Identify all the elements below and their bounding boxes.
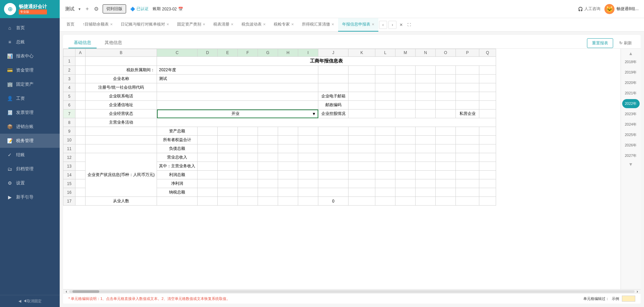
cell[interactable]	[375, 153, 395, 162]
cell[interactable]	[75, 162, 86, 171]
sidebar-item-invoice[interactable]: 🧾 发票管理	[0, 105, 60, 120]
service-button[interactable]: 🎧 人工咨询	[578, 6, 600, 12]
cell[interactable]	[238, 162, 258, 171]
cell[interactable]	[198, 153, 218, 162]
sidebar-item-fund[interactable]: 💳 资金管理	[0, 63, 60, 77]
cell[interactable]: 企业经营状态	[86, 109, 157, 118]
cell[interactable]	[218, 153, 238, 162]
cell[interactable]	[218, 188, 238, 197]
cell[interactable]: 纳税总额	[157, 188, 198, 197]
cell[interactable]	[238, 136, 258, 144]
cell[interactable]	[395, 75, 416, 83]
cell[interactable]	[416, 109, 436, 118]
cell[interactable]	[395, 162, 416, 171]
cell[interactable]	[238, 179, 258, 188]
cell[interactable]	[479, 197, 496, 206]
cell[interactable]	[318, 188, 348, 197]
tab-income-tax[interactable]: 所得税汇算清缴 ✕	[298, 18, 338, 32]
cell[interactable]	[456, 188, 479, 197]
cell[interactable]	[75, 57, 86, 66]
cell[interactable]	[75, 136, 86, 144]
cell[interactable]	[218, 171, 238, 179]
cell[interactable]	[375, 75, 395, 83]
cell[interactable]	[416, 144, 436, 153]
cell[interactable]	[348, 83, 375, 92]
cell[interactable]	[86, 57, 157, 66]
cell[interactable]	[416, 101, 436, 109]
cell[interactable]	[298, 188, 318, 197]
cell[interactable]	[75, 118, 86, 127]
cell[interactable]	[348, 127, 375, 136]
year-item-2018[interactable]: 2018年	[622, 57, 640, 67]
cell[interactable]	[479, 188, 496, 197]
cell[interactable]	[416, 75, 436, 83]
cell-merged[interactable]: 企业资产状况信息(币种：人民币万元)	[86, 153, 157, 197]
cell[interactable]: 邮政编码	[318, 101, 348, 109]
tab-annual-report[interactable]: 年报信息申报表 ✕	[338, 18, 378, 32]
cell[interactable]	[348, 162, 375, 171]
cell[interactable]	[375, 109, 395, 118]
cell[interactable]: 企业联系电话	[86, 92, 157, 101]
cell[interactable]	[278, 136, 298, 144]
cell[interactable]: 负债总额	[157, 144, 198, 153]
cell[interactable]	[218, 197, 238, 206]
cell[interactable]	[436, 83, 456, 92]
cell[interactable]	[456, 144, 479, 153]
cell[interactable]: 企业电子邮箱	[318, 92, 348, 101]
cell[interactable]	[218, 162, 238, 171]
scroll-thumb[interactable]	[72, 290, 99, 293]
cell[interactable]	[298, 136, 318, 144]
cell[interactable]: 企业名称	[86, 75, 157, 83]
cell[interactable]	[75, 75, 86, 83]
cell[interactable]	[395, 136, 416, 144]
sidebar-item-tax[interactable]: 📝 税务管理	[0, 134, 60, 148]
cell[interactable]	[395, 127, 416, 136]
cell[interactable]	[375, 144, 395, 153]
cell[interactable]	[318, 127, 348, 136]
cell[interactable]	[436, 188, 456, 197]
cell[interactable]	[395, 197, 416, 206]
cell[interactable]	[436, 136, 456, 144]
cell[interactable]	[278, 153, 298, 162]
cell[interactable]	[395, 153, 416, 162]
cell[interactable]	[75, 179, 86, 188]
cell[interactable]	[436, 162, 456, 171]
sidebar-item-wage[interactable]: 👤 工资	[0, 91, 60, 105]
cell[interactable]	[318, 144, 348, 153]
cell[interactable]	[479, 179, 496, 188]
cell[interactable]	[348, 136, 375, 144]
cell[interactable]	[238, 188, 258, 197]
sidebar-item-stock[interactable]: 📦 进销台账	[0, 120, 60, 134]
sidebar-item-settings[interactable]: ⚙ 设置	[0, 176, 60, 190]
cell[interactable]	[238, 171, 258, 179]
cell[interactable]	[218, 127, 238, 136]
cell[interactable]	[348, 109, 375, 118]
cell[interactable]	[436, 144, 456, 153]
cell[interactable]	[75, 83, 86, 92]
tab-expand-button[interactable]: ⛶	[405, 21, 413, 29]
cell[interactable]	[348, 144, 375, 153]
sub-tab-other[interactable]: 其他信息	[99, 38, 127, 48]
cell[interactable]	[258, 197, 278, 206]
year-item-2020[interactable]: 2020年	[622, 78, 640, 87]
sidebar-item-ledger[interactable]: ≡ 总账	[0, 35, 60, 49]
cell[interactable]	[258, 127, 278, 136]
spreadsheet[interactable]: A B C D E F G H I J	[63, 49, 621, 289]
cell[interactable]	[375, 188, 395, 197]
cell[interactable]	[157, 101, 318, 109]
cell[interactable]: 营业总收入	[157, 153, 198, 162]
calendar-icon[interactable]: 📅	[178, 7, 183, 11]
user-button[interactable]: 🐱 畅捷通B组...	[604, 4, 639, 14]
cell[interactable]	[456, 92, 479, 101]
cell[interactable]	[416, 66, 436, 75]
cell[interactable]	[416, 127, 436, 136]
cell[interactable]	[456, 66, 479, 75]
cell[interactable]	[416, 188, 436, 197]
cell[interactable]	[395, 144, 416, 153]
cell[interactable]	[395, 101, 416, 109]
cell[interactable]	[298, 127, 318, 136]
cell[interactable]	[479, 136, 496, 144]
cell[interactable]	[258, 153, 278, 162]
cell[interactable]	[238, 197, 258, 206]
cell[interactable]	[278, 127, 298, 136]
